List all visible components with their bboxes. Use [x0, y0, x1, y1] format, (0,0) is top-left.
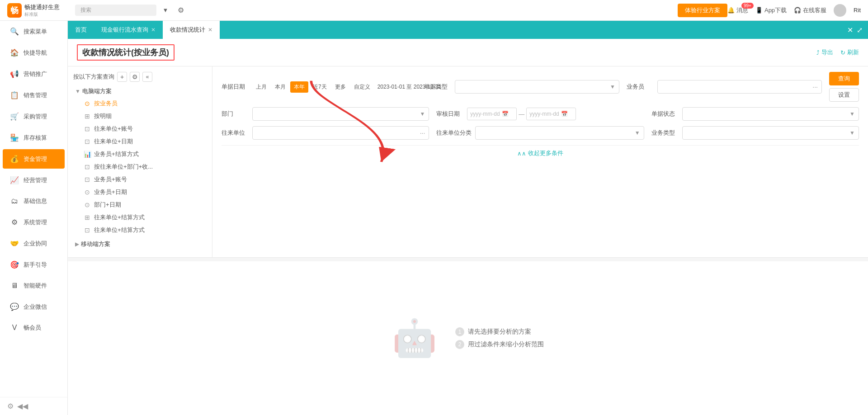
scheme-item-unit-dept-collect[interactable]: ⊡ 按往来单位+部门+收...	[80, 160, 207, 173]
fromunit-type-dropdown[interactable]: ▼	[475, 126, 644, 140]
fromunit-label: 往来单位	[222, 129, 249, 137]
sidebar-item-search[interactable]: 🔍 搜索菜单	[3, 22, 65, 41]
docstatus-dropdown[interactable]: ▼	[682, 107, 859, 121]
scheme-item-label: 往来单位+结算方式	[94, 226, 145, 234]
scheme-collapse-btn[interactable]: «	[142, 72, 152, 82]
header-dropdown-icon[interactable]: ▼	[160, 5, 171, 16]
scheme-item-unit-date[interactable]: ⊡ 往来单位+日期	[80, 135, 207, 148]
export-button[interactable]: ⤴ 导出	[816, 48, 833, 57]
scheme-item-by-salesperson[interactable]: ⊙ 按业务员	[80, 97, 207, 110]
refresh-icon: ↻	[840, 49, 845, 56]
scheme-item-sp-account[interactable]: ⊡ 业务员+账号	[80, 173, 207, 186]
dept-dropdown[interactable]: ▼	[252, 107, 429, 121]
scheme-item-icon-dept-date: ⊙	[83, 201, 91, 208]
scheme-item-dept-date[interactable]: ⊙ 部门+日期	[80, 198, 207, 211]
messages-item[interactable]: 🔔 消息 99+	[727, 6, 748, 14]
filter-field-date: 单据日期 上月 本月 本年 近7天 更多 自定义 2023-01-01 至 20…	[222, 81, 417, 93]
dept-label: 部门	[222, 110, 249, 118]
sidebar-item-operations[interactable]: 📈 经营管理	[3, 170, 65, 190]
collapse-row[interactable]: ∧∧ 收起更多条件	[222, 145, 859, 161]
export-label: 导出	[821, 48, 833, 57]
scheme-item-unit-settlement1[interactable]: ⊞ 往来单位+结算方式	[80, 211, 207, 224]
biztype-dropdown[interactable]: ▼	[682, 126, 859, 140]
scheme-item-salesperson-settlement[interactable]: 📊 业务员+结算方式	[80, 148, 207, 160]
app-download-item[interactable]: 📱 App下载	[755, 6, 787, 14]
tab-receipts[interactable]: 收款情况统计 ✕	[163, 21, 220, 39]
doctype-dropdown[interactable]: ▼	[455, 80, 619, 94]
sidebar-item-enterprise[interactable]: 🤝 企业协同	[3, 234, 65, 253]
sidebar-item-marketing[interactable]: 📢 营销推广	[3, 64, 65, 84]
scheme-item-icon-detail: ⊞	[83, 113, 91, 120]
tab-home-label: 首页	[75, 26, 87, 34]
filter-field-fromunit: 往来单位 ···	[222, 126, 429, 140]
sidebar-item-guide[interactable]: 🎯 新手引导	[3, 255, 65, 274]
collapse-sidebar-icon[interactable]: ◀◀	[17, 402, 28, 410]
tab-cashflow[interactable]: 现金银行流水查询 ✕	[94, 21, 163, 39]
scheme-item-icon-unit-date: ⊡	[83, 138, 91, 145]
scheme-item-by-detail[interactable]: ⊞ 按明细	[80, 110, 207, 123]
date-tab-this-year[interactable]: 本年	[290, 81, 308, 93]
scheme-group-desktop-title[interactable]: ▼ 电脑端方案	[73, 85, 207, 97]
sidebar-item-label: 搜索菜单	[24, 28, 47, 36]
settings-bottom-icon[interactable]: ⚙	[7, 402, 14, 410]
tab-maximize-icon[interactable]: ⤢	[857, 26, 863, 34]
tab-cashflow-close[interactable]: ✕	[151, 27, 156, 33]
scheme-group-mobile-title[interactable]: ▶ 移动端方案	[73, 238, 207, 250]
reviewdate-from[interactable]: yyyy-mm-dd 📅	[467, 108, 517, 120]
header-search[interactable]: 搜索	[75, 5, 156, 16]
logo-badge: 标准版	[24, 11, 60, 18]
user-avatar[interactable]	[834, 4, 846, 17]
date-tab-last-month[interactable]: 上月	[252, 81, 270, 93]
reviewdate-to-placeholder: yyyy-mm-dd	[529, 111, 559, 117]
salesperson-input[interactable]: ···	[657, 80, 822, 94]
reviewdate-to[interactable]: yyyy-mm-dd 📅	[526, 108, 576, 120]
scheme-item-unit-settlement2[interactable]: ⊡ 往来单位+结算方式	[80, 224, 207, 236]
download-icon: 📱	[755, 7, 763, 14]
date-tab-more[interactable]: 更多	[331, 81, 349, 93]
tab-home[interactable]: 首页	[68, 21, 94, 39]
sidebar-item-label: 销售管理	[24, 91, 47, 99]
query-buttons: 查询 设置	[829, 72, 859, 102]
sidebar-item-inventory[interactable]: 🏪 库存核算	[3, 128, 65, 147]
fromunit-input[interactable]: ···	[252, 126, 429, 140]
page-header-actions: ⤴ 导出 ↻ 刷新	[816, 48, 859, 57]
page-content: 收款情况统计(按业务员) ⤴ 导出 ↻ 刷新	[68, 39, 868, 415]
wechat-icon: 💬	[10, 302, 19, 311]
main-layout: 🔍 搜索菜单 🏠 快捷导航 📢 营销推广 📋 销售管理 🛒 采购管理 🏪 库存核…	[0, 21, 868, 415]
dots-icon[interactable]: ···	[812, 83, 818, 90]
page-title-box: 收款情况统计(按业务员)	[77, 44, 175, 61]
empty-step2-text: 用过滤条件来缩小分析范围	[468, 340, 544, 349]
online-service-item[interactable]: 🎧 在线客服	[794, 6, 826, 14]
logo-text: 畅捷通好生意	[24, 3, 60, 11]
refresh-label: 刷新	[847, 48, 859, 57]
date-tab-this-month[interactable]: 本月	[271, 81, 289, 93]
scheme-item-sp-date[interactable]: ⊙ 业务员+日期	[80, 186, 207, 198]
scheme-add-btn[interactable]: +	[117, 72, 127, 82]
header-gear-icon[interactable]: ⚙	[175, 4, 187, 17]
scheme-item-icon-sp-settlement: 📊	[83, 151, 91, 158]
sidebar-item-system[interactable]: ⚙ 系统管理	[3, 212, 65, 232]
sidebar-item-wechat[interactable]: 💬 企业微信	[3, 297, 65, 316]
tab-receipts-close[interactable]: ✕	[208, 27, 212, 33]
sidebar-item-basic-info[interactable]: 🗂 基础信息	[3, 192, 65, 211]
tab-close-all-icon[interactable]: ✕	[847, 26, 853, 34]
monitor-icon: 🖥	[10, 282, 19, 290]
sidebar-item-member[interactable]: V 畅会员	[3, 318, 65, 337]
sidebar-item-finance[interactable]: 💰 资金管理	[3, 149, 65, 169]
trial-button[interactable]: 体验行业方案	[678, 4, 727, 17]
sidebar-item-sales[interactable]: 📋 销售管理	[3, 85, 65, 105]
sidebar-item-purchase[interactable]: 🛒 采购管理	[3, 107, 65, 126]
scheme-settings-btn[interactable]: ⚙	[130, 72, 140, 82]
date-tab-custom[interactable]: 自定义	[350, 81, 374, 93]
sidebar-item-hardware[interactable]: 🖥 智能硬件	[3, 276, 65, 295]
scheme-item-label: 往来单位+结算方式	[94, 213, 145, 222]
query-button[interactable]: 查询	[829, 72, 859, 85]
headset-icon: 🎧	[794, 7, 801, 14]
dots-icon2[interactable]: ···	[420, 129, 425, 137]
sidebar-item-quicknav[interactable]: 🏠 快捷导航	[3, 43, 65, 62]
scheme-item-unit-account[interactable]: ⊡ 往来单位+账号	[80, 123, 207, 135]
date-tab-7days[interactable]: 近7天	[309, 81, 330, 93]
filter-field-reviewdate: 审核日期 yyyy-mm-dd 📅 — yyyy-mm-dd 📅	[436, 108, 644, 120]
refresh-button[interactable]: ↻ 刷新	[840, 48, 859, 57]
settings-button[interactable]: 设置	[829, 88, 859, 102]
